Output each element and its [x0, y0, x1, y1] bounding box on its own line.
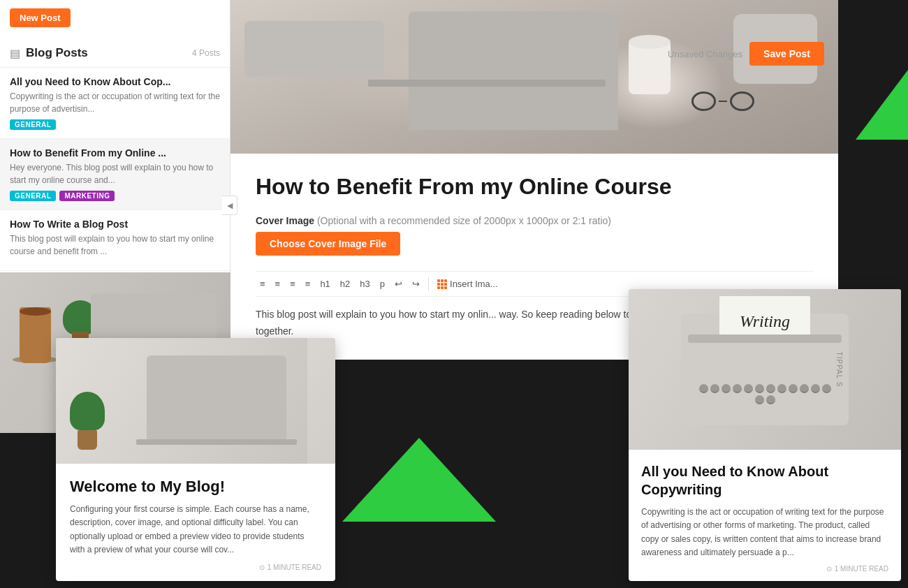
- green-triangle-top-right: [856, 70, 908, 140]
- post-count: 4 Posts: [192, 48, 220, 58]
- unsaved-changes-label: Unsaved Changes: [668, 49, 742, 59]
- toolbar-separator: [428, 277, 429, 291]
- post-tags-1: GENERAL: [10, 119, 220, 130]
- post-excerpt-3: This blog post will explain to you how t…: [10, 233, 220, 258]
- copy-card-read-time: ⊙ 1 MINUTE READ: [641, 565, 888, 573]
- copy-card: Writing: [629, 289, 901, 581]
- tag-general-1: GENERAL: [10, 119, 56, 130]
- welcome-card-title: Welcome to My Blog!: [70, 478, 321, 496]
- copy-card-text: Copywriting is the act or occupation of …: [641, 506, 888, 559]
- green-triangle-bottom-center: [342, 438, 496, 522]
- sidebar-item-copywriting[interactable]: All you Need to Know About Cop... Copywr…: [0, 68, 230, 139]
- align-left-button[interactable]: ≡: [256, 276, 270, 292]
- sidebar-title: Blog Posts: [26, 46, 88, 60]
- editor-toolbar-bar: Unsaved Changes Save Post: [668, 42, 824, 66]
- copy-card-body: All you Need to Know About Copywriting C…: [629, 450, 901, 581]
- align-center-button[interactable]: ≡: [271, 276, 285, 292]
- collapse-sidebar-button[interactable]: ◀: [222, 196, 237, 215]
- collapse-arrow-icon: ◀: [227, 201, 233, 210]
- cover-image-label: Cover Image (Optional with a recommended…: [256, 215, 813, 226]
- sidebar-item-online-course[interactable]: How to Benefit From my Online ... Hey ev…: [0, 139, 230, 210]
- tag-general-2: GENERAL: [10, 191, 56, 201]
- sidebar-item-write-blog[interactable]: How To Write a Blog Post This blog post …: [0, 210, 230, 271]
- clock-icon-copy: ⊙: [826, 565, 832, 573]
- editor-post-title: How to Benefit From my Online Course: [256, 173, 813, 200]
- post-excerpt-1: Copywriting is the act or occupation of …: [10, 90, 220, 115]
- insert-image-grid-icon: [437, 279, 447, 289]
- sidebar-header: ▤ Blog Posts 4 Posts: [0, 35, 230, 68]
- align-justify-button[interactable]: ≡: [301, 276, 315, 292]
- blog-post-icon: ▤: [10, 47, 20, 60]
- post-title-2: How to Benefit From my Online ...: [10, 147, 220, 159]
- choose-cover-image-button[interactable]: Choose Cover Image File: [256, 232, 400, 256]
- insert-image-label: Insert Ima...: [450, 279, 498, 289]
- post-title-1: All you Need to Know About Cop...: [10, 76, 220, 87]
- new-post-button[interactable]: New Post: [10, 8, 71, 27]
- welcome-card-image: [56, 338, 335, 464]
- editor-cover-image: [230, 0, 838, 154]
- post-excerpt-2: Hey everyone. This blog post will explai…: [10, 161, 220, 186]
- paragraph-button[interactable]: p: [376, 276, 389, 292]
- insert-image-button[interactable]: Insert Ima...: [433, 276, 502, 292]
- heading3-button[interactable]: h3: [356, 276, 374, 292]
- clock-icon: ⊙: [259, 564, 265, 571]
- heading1-button[interactable]: h1: [316, 276, 334, 292]
- copy-card-image: Writing: [629, 289, 901, 450]
- redo-button[interactable]: ↪: [408, 276, 424, 292]
- tag-marketing-2: MARKETING: [59, 191, 115, 201]
- save-post-button[interactable]: Save Post: [749, 42, 824, 66]
- welcome-card: Welcome to My Blog! Configuring your fir…: [56, 338, 335, 581]
- welcome-card-read-time: ⊙ 1 MINUTE READ: [70, 564, 321, 571]
- align-right-button[interactable]: ≡: [286, 276, 300, 292]
- copy-card-title: All you Need to Know About Copywriting: [641, 462, 888, 499]
- post-title-3: How To Write a Blog Post: [10, 219, 220, 230]
- welcome-card-text: Configuring your first course is simple.…: [70, 503, 321, 557]
- undo-button[interactable]: ↩: [390, 276, 407, 292]
- post-tags-2: GENERAL MARKETING: [10, 191, 220, 201]
- welcome-card-body: Welcome to My Blog! Configuring your fir…: [56, 464, 335, 581]
- heading2-button[interactable]: h2: [336, 276, 354, 292]
